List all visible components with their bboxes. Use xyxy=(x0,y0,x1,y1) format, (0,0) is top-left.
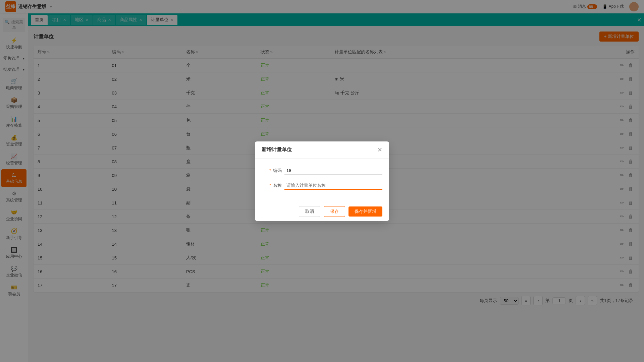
code-input[interactable] xyxy=(284,167,382,175)
form-row-code: * 编码 xyxy=(262,167,382,175)
modal-close-btn[interactable]: ✕ xyxy=(377,146,382,154)
modal-footer: 取消 保存 保存并新增 xyxy=(255,202,389,221)
required-mark-code: * xyxy=(269,168,271,173)
save-and-new-button[interactable]: 保存并新增 xyxy=(348,206,382,217)
modal-body: * 编码 * 名称 xyxy=(255,159,389,202)
save-button[interactable]: 保存 xyxy=(324,206,345,217)
modal-header: 新增计量单位 ✕ xyxy=(255,141,389,159)
name-label: * 名称 xyxy=(262,182,282,188)
modal-title: 新增计量单位 xyxy=(262,146,292,153)
add-unit-modal: 新增计量单位 ✕ * 编码 * 名称 取消 保存 保存并新增 xyxy=(255,141,389,221)
modal-overlay[interactable]: 新增计量单位 ✕ * 编码 * 名称 取消 保存 保存并新增 xyxy=(0,0,644,362)
name-input[interactable] xyxy=(284,181,382,190)
form-row-name: * 名称 xyxy=(262,181,382,190)
required-mark-name: * xyxy=(269,183,271,188)
code-label: * 编码 xyxy=(262,168,282,174)
cancel-button[interactable]: 取消 xyxy=(299,206,320,217)
